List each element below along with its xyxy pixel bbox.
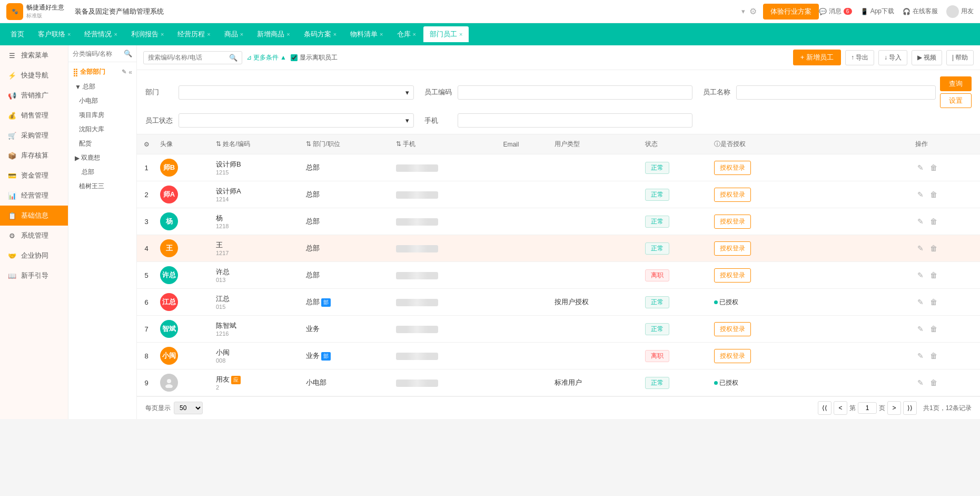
delete-btn[interactable]: 🗑 (928, 270, 939, 280)
tab-profit[interactable]: 利润报告 × (125, 26, 170, 42)
edit-btn[interactable]: ✎ (915, 297, 926, 307)
tab-home[interactable]: 首页 (4, 26, 31, 42)
close-tab-warehouse[interactable]: × (413, 31, 416, 37)
show-resigned-checkbox[interactable] (291, 54, 298, 61)
page-input[interactable] (858, 402, 877, 414)
dept-item-distribution[interactable]: 配货 (68, 137, 136, 151)
sidebar-item-management[interactable]: 📊 经营管理 (0, 186, 68, 206)
sidebar-item-shortcut[interactable]: ⚡ 快捷导航 (0, 65, 68, 85)
group-headquarters[interactable]: ▼ 总部 (68, 80, 136, 94)
sidebar-item-marketing[interactable]: 📢 营销推广 (0, 85, 68, 105)
edit-btn[interactable]: ✎ (915, 351, 926, 361)
search-btn[interactable]: 查询 (940, 76, 972, 91)
online-service-btn[interactable]: 🎧 在线客服 (903, 7, 938, 16)
last-page-btn[interactable]: ⟩⟩ (903, 401, 917, 415)
sidebar-item-basic[interactable]: 📋 基础信息 (0, 206, 68, 226)
edit-btn[interactable]: ✎ (915, 377, 926, 388)
edit-btn[interactable]: ✎ (915, 270, 926, 280)
group-zongbu[interactable]: 总部 (68, 165, 136, 179)
close-tab-barcode[interactable]: × (333, 31, 336, 37)
delete-btn[interactable]: 🗑 (928, 189, 939, 200)
delete-btn[interactable]: 🗑 (928, 243, 939, 254)
view-btn[interactable]: ▶ 视频 (912, 50, 942, 65)
delete-btn[interactable]: 🗑 (928, 377, 939, 388)
message-btn[interactable]: 💬 消息 6 (819, 7, 852, 16)
delete-btn[interactable]: 🗑 (928, 297, 939, 307)
close-tab-operation[interactable]: × (114, 31, 117, 37)
dept-search-icon[interactable]: 🔍 (124, 50, 132, 57)
sidebar-item-guide[interactable]: 📖 新手引导 (0, 266, 68, 286)
dept-item-xd[interactable]: 小电部 (68, 94, 136, 108)
sidebar-item-system[interactable]: ⚙ 系统管理 (0, 226, 68, 246)
tab-bom[interactable]: 物料清单 × (344, 26, 389, 42)
auth-btn[interactable]: 授权登录 (714, 268, 751, 283)
auth-btn[interactable]: 授权登录 (714, 161, 751, 175)
set-btn[interactable]: 设置 (940, 93, 972, 108)
sidebar-item-purchase[interactable]: 🛒 采购管理 (0, 125, 68, 145)
show-resigned-label[interactable]: 显示离职员工 (291, 53, 338, 62)
dept-item-sy[interactable]: 沈阳大库 (68, 122, 136, 137)
auth-btn[interactable]: 授权登录 (714, 241, 751, 256)
user-menu[interactable]: 用友 (946, 5, 974, 18)
tab-employees[interactable]: 部门员工 × (423, 26, 469, 42)
auth-btn[interactable]: 授权登录 (714, 188, 751, 202)
tab-customer[interactable]: 客户联络 × (32, 26, 77, 42)
all-dept-header[interactable]: ⣿ 全部部门 ✎ « (68, 64, 136, 80)
more-conditions-btn[interactable]: ⊿ 更多条件 ▲ (246, 53, 286, 62)
first-page-btn[interactable]: ⟨⟨ (818, 401, 831, 415)
tab-add-goods[interactable]: 新增商品 × (251, 26, 296, 42)
sidebar-item-inventory[interactable]: 📦 库存核算 (0, 145, 68, 166)
dept-collapse-icon[interactable]: « (128, 69, 132, 76)
close-tab-add-goods[interactable]: × (286, 31, 290, 37)
sidebar-item-sales[interactable]: 💰 销售管理 (0, 105, 68, 125)
edit-btn[interactable]: ✎ (915, 162, 926, 173)
tab-warehouse[interactable]: 仓库 × (391, 26, 422, 42)
edit-btn[interactable]: ✎ (915, 189, 926, 200)
dept-select[interactable]: ▾ (179, 85, 414, 100)
page-size-select[interactable]: 50 100 (174, 402, 203, 414)
close-tab-history[interactable]: × (207, 31, 210, 37)
tab-barcode[interactable]: 条码方案 × (298, 26, 343, 42)
import-btn[interactable]: ↓ 导入 (878, 50, 907, 65)
edit-btn[interactable]: ✎ (915, 243, 926, 254)
prev-page-btn[interactable]: < (834, 401, 847, 415)
help-btn[interactable]: | 帮助 (946, 50, 974, 65)
add-employee-btn[interactable]: + 新增员工 (793, 50, 841, 65)
delete-btn[interactable]: 🗑 (928, 351, 939, 361)
sidebar-item-finance[interactable]: 💳 资金管理 (0, 166, 68, 186)
search-icon[interactable]: 🔍 (229, 54, 237, 62)
close-tab-employees[interactable]: × (459, 31, 462, 37)
phone-input[interactable] (458, 113, 693, 128)
close-tab-goods[interactable]: × (240, 31, 243, 37)
tab-history[interactable]: 经营历程 × (171, 26, 216, 42)
dept-item-zhishu[interactable]: 植树王三 (68, 179, 136, 193)
dept-search-input[interactable] (73, 50, 122, 57)
sidebar-item-collab[interactable]: 🤝 企业协同 (0, 246, 68, 266)
system-title-dropdown[interactable]: ▾ (741, 7, 745, 15)
delete-btn[interactable]: 🗑 (928, 162, 939, 173)
settings-icon[interactable]: ⚙ (749, 6, 757, 16)
next-page-btn[interactable]: > (887, 401, 901, 415)
delete-btn[interactable]: 🗑 (928, 216, 939, 227)
emp-status-select[interactable]: ▾ (179, 113, 414, 128)
close-tab-customer[interactable]: × (67, 31, 71, 37)
settings-col-icon[interactable]: ⚙ (144, 141, 150, 148)
edit-btn[interactable]: ✎ (915, 324, 926, 334)
auth-btn[interactable]: 授权登录 (714, 322, 751, 336)
edit-btn[interactable]: ✎ (915, 216, 926, 227)
auth-btn[interactable]: 授权登录 (714, 215, 751, 229)
auth-btn[interactable]: 授权登录 (714, 349, 751, 363)
emp-code-input[interactable] (458, 85, 693, 100)
tab-goods[interactable]: 商品 × (218, 26, 250, 42)
close-tab-bom[interactable]: × (380, 31, 383, 37)
trial-btn[interactable]: 体验行业方案 (763, 4, 819, 20)
dept-edit-icon[interactable]: ✎ (122, 69, 126, 75)
group-shuanglu[interactable]: ▶ 双鹿想 (68, 151, 136, 165)
export-btn[interactable]: ↑ 导出 (845, 50, 874, 65)
search-input[interactable] (148, 54, 227, 61)
dept-item-project[interactable]: 项目库房 (68, 108, 136, 122)
delete-btn[interactable]: 🗑 (928, 324, 939, 334)
tab-operation[interactable]: 经营情况 × (78, 26, 123, 42)
sidebar-item-search[interactable]: ☰ 搜索菜单 (0, 45, 68, 65)
close-tab-profit[interactable]: × (161, 31, 164, 37)
